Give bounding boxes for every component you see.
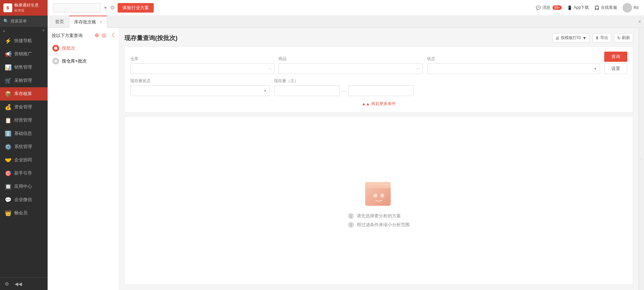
sidebar-scroll-up[interactable]: ▲ (1, 28, 7, 34)
sidebar-scroll-down[interactable]: ▼ (41, 28, 46, 34)
svg-rect-2 (365, 185, 391, 206)
app-download-item[interactable]: 📱 App下载 (567, 5, 589, 11)
hint-num-2: 2 (348, 222, 354, 228)
search-label: 搜索菜单 (11, 18, 27, 24)
app-info: 畅康通好生意 标准版 (14, 3, 39, 13)
avatar (623, 3, 632, 13)
sidebar-item-label: 企业微信 (14, 197, 32, 203)
schema-item-warehouse-batch[interactable]: 按仓库+批次 (48, 55, 119, 68)
tab-home[interactable]: 首页 (50, 16, 69, 28)
tab-home-label: 首页 (55, 19, 64, 25)
sidebar-item-operation[interactable]: 📋 经营管理 (0, 114, 48, 127)
collapse-sidebar-icon[interactable]: ◀◀ (15, 281, 22, 287)
stock-qty-to-input[interactable] (348, 85, 414, 96)
schema-item-batch[interactable]: 按批次 (48, 42, 119, 55)
main-area: ▼ ⚙ 体验行业方案 💬 消息 99+ 📱 App下载 🎧 在线客服 Rit (48, 0, 644, 290)
sidebar-item-label: 畅会员 (14, 210, 28, 216)
sidebar-item-sales[interactable]: 📊 销售管理 (0, 61, 48, 74)
filter-area: 仓库 ··· 商品 ··· 状态 (124, 47, 633, 112)
online-service-item[interactable]: 🎧 在线客服 (594, 5, 617, 11)
sidebar-item-label: 快捷导航 (14, 38, 32, 44)
settings-schema-icon[interactable]: ◎ (102, 32, 106, 39)
stock-qty-from-input[interactable] (274, 85, 340, 96)
topbar-right: 💬 消息 99+ 📱 App下载 🎧 在线客服 Rit (536, 3, 639, 13)
print-label: 按模板打印 (561, 35, 581, 41)
messages-badge: 99+ (553, 5, 562, 10)
sidebar-item-wechat[interactable]: 💬 企业微信 (0, 193, 48, 206)
empty-hints: 1 请先选择要分析的方案 2 用过滤条件来缩小分析范围 (348, 213, 410, 228)
status-filter: 状态 ▼ (427, 56, 600, 74)
sidebar-item-shortcut[interactable]: ⚡ 快捷导航 (0, 34, 48, 48)
goods-input[interactable]: ··· (278, 63, 423, 74)
sidebar-item-marketing[interactable]: 📢 营销推广 (0, 48, 48, 61)
add-schema-icon[interactable]: ⊕ (95, 32, 99, 39)
sidebar-item-finance[interactable]: 💰 资金管理 (0, 101, 48, 114)
refresh-icon: ↻ (617, 36, 621, 40)
stock-qty-filter: 现存量（主） — (274, 78, 414, 96)
sidebar-item-member[interactable]: 👑 畅会员 (0, 206, 48, 220)
status-input[interactable]: ▼ (427, 63, 600, 74)
goods-label: 商品 (278, 56, 423, 62)
export-button[interactable]: ⬆ 导出 (592, 33, 611, 42)
refresh-button[interactable]: ↻ 刷新 (614, 33, 633, 42)
print-button[interactable]: 🖨 按模板打印 ▼ (552, 33, 590, 42)
app-subtitle: 标准版 (14, 8, 39, 13)
tab-close-icon[interactable]: × (100, 20, 102, 24)
sidebar-item-inventory[interactable]: 📦 库存核算 (0, 87, 48, 101)
topbar-dropdown-arrow[interactable]: ▼ (103, 5, 107, 10)
hint-num-1: 1 (348, 213, 354, 219)
purchase-icon: 🛒 (5, 77, 12, 84)
sidebar-item-label: 销售管理 (14, 64, 32, 70)
sidebar-item-label: 企业协同 (14, 157, 32, 163)
topbar-gear-icon[interactable]: ⚙ (110, 4, 115, 11)
topbar-search-input[interactable] (53, 3, 101, 13)
export-icon: ⬆ (595, 36, 599, 40)
collapse-more-label: 收起更多条件 (371, 101, 396, 107)
stock-status-label: 现存量状态 (130, 78, 270, 84)
page-title-row: 现存量查询(按批次) 🖨 按模板打印 ▼ ⬆ 导出 ↻ 刷新 (124, 33, 633, 42)
sidebar-item-label: 系统管理 (14, 144, 32, 150)
settings-bottom-icon[interactable]: ⚙ (5, 281, 9, 287)
messages-item[interactable]: 💬 消息 99+ (536, 5, 562, 11)
tab-active-label: 库存批次账 (74, 19, 96, 25)
tab-inventory-batch[interactable]: 库存批次账 × (69, 16, 107, 28)
sidebar-item-basic[interactable]: ℹ️ 基础信息 (0, 127, 48, 140)
sidebar-header: 6 畅康通好生意 标准版 (0, 0, 48, 16)
query-button[interactable]: 查询 (604, 52, 627, 62)
sidebar-item-appstore[interactable]: 🔲 应用中心 (0, 180, 48, 193)
schema-batch-icon (52, 45, 59, 52)
sidebar-item-label: 采购管理 (14, 77, 32, 84)
app-title: 畅康通好生意 (14, 3, 39, 8)
right-edge-collapse[interactable]: › (639, 28, 644, 290)
app-logo: 6 (3, 3, 12, 12)
inventory-icon: 📦 (5, 91, 12, 97)
operation-icon: 📋 (5, 117, 12, 124)
empty-hint-1: 1 请先选择要分析的方案 (348, 213, 410, 219)
trial-button[interactable]: 体验行业方案 (118, 3, 154, 13)
marketing-icon: 📢 (5, 51, 12, 57)
status-label: 状态 (427, 56, 600, 62)
message-icon: 💬 (536, 5, 541, 10)
settings-button[interactable]: 设置 (604, 63, 627, 74)
empty-illustration (358, 174, 399, 207)
topbar: ▼ ⚙ 体验行业方案 💬 消息 99+ 📱 App下载 🎧 在线客服 Rit (48, 0, 644, 16)
print-dropdown-icon[interactable]: ▼ (582, 36, 587, 40)
topbar-left: ▼ ⚙ 体验行业方案 (53, 3, 532, 13)
user-item[interactable]: Rit (623, 3, 639, 13)
sidebar-item-guide[interactable]: 🎯 新手引导 (0, 167, 48, 180)
collapse-left-panel-icon[interactable]: 《 (109, 32, 115, 39)
right-content: 现存量查询(按批次) 🖨 按模板打印 ▼ ⬆ 导出 ↻ 刷新 (119, 28, 639, 290)
sidebar-search[interactable]: 🔍 搜索菜单 (0, 16, 48, 27)
wechat-icon: 💬 (5, 197, 12, 203)
svg-rect-3 (365, 182, 391, 188)
collapse-more-btn[interactable]: ▲▲ 收起更多条件 (130, 99, 627, 107)
tabs-close-all-icon[interactable]: × (638, 19, 641, 25)
schema-batch-label: 按批次 (62, 45, 75, 51)
sidebar-item-label: 营销推广 (14, 51, 32, 57)
sidebar-item-system[interactable]: ⚙️ 系统管理 (0, 140, 48, 153)
sidebar-item-purchase[interactable]: 🛒 采购管理 (0, 74, 48, 87)
sidebar-item-collab[interactable]: 🤝 企业协同 (0, 153, 48, 167)
stock-status-input[interactable]: ▼ (130, 85, 270, 96)
warehouse-input[interactable]: ··· (130, 63, 274, 74)
app-download-label: App下载 (574, 5, 589, 11)
